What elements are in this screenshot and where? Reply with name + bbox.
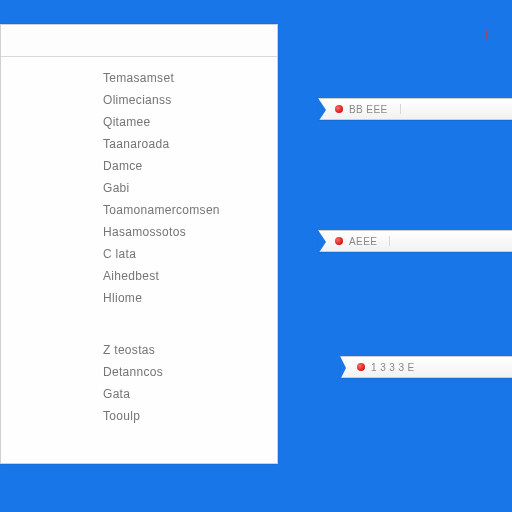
list-item-label: Z teostas: [103, 343, 155, 357]
list-item[interactable]: Hliome: [103, 287, 277, 309]
bar-notch-icon: [318, 98, 326, 122]
close-icon[interactable]: I-: [482, 28, 496, 42]
info-bar-label: BB EEE: [349, 104, 388, 115]
list-item-label: Damce: [103, 159, 143, 173]
list-item[interactable]: Gata: [103, 383, 277, 405]
list-item[interactable]: Qitamee: [103, 111, 277, 133]
list-item[interactable]: Temasamset: [103, 67, 277, 89]
list-item[interactable]: Detanncos: [103, 361, 277, 383]
list-item[interactable]: Hasamossotos: [103, 221, 277, 243]
close-icon-glyph: I-: [485, 28, 492, 42]
list-item-label: Aihedbest: [103, 269, 159, 283]
list-item-label: Tooulp: [103, 409, 140, 423]
divider-icon: [400, 104, 401, 114]
item-list: Temasamset Olimecianss Qitamee Taanaroad…: [103, 67, 277, 427]
bar-notch-icon: [318, 230, 326, 254]
list-item[interactable]: Olimecianss: [103, 89, 277, 111]
panel-header: [1, 25, 277, 57]
info-bar-2[interactable]: AEEE: [318, 230, 512, 252]
list-item-label: Detanncos: [103, 365, 163, 379]
info-bar-3[interactable]: 1 3 3 3 E: [340, 356, 512, 378]
list-item[interactable]: Toamonamercomsen: [103, 199, 277, 221]
list-item[interactable]: Aihedbest: [103, 265, 277, 287]
list-item-label: C lata: [103, 247, 136, 261]
list-item[interactable]: C lata: [103, 243, 277, 265]
list-item-label: Taanaroada: [103, 137, 169, 151]
list-item[interactable]: Gabi: [103, 177, 277, 199]
list-item-label: Hasamossotos: [103, 225, 186, 239]
bar-notch-icon: [340, 356, 346, 380]
info-bar-1[interactable]: BB EEE: [318, 98, 512, 120]
info-bar-label: 1 3 3 3 E: [371, 362, 415, 373]
record-dot-icon: [335, 237, 343, 245]
list-item-label: Qitamee: [103, 115, 150, 129]
record-dot-icon: [335, 105, 343, 113]
list-item-label: Gata: [103, 387, 130, 401]
divider-icon: [389, 236, 390, 246]
list-item-label: Hliome: [103, 291, 142, 305]
list-item-label: Temasamset: [103, 71, 174, 85]
list-item[interactable]: Tooulp: [103, 405, 277, 427]
list-item[interactable]: Taanaroada: [103, 133, 277, 155]
list-item-label: Toamonamercomsen: [103, 203, 220, 217]
list-item-label: Olimecianss: [103, 93, 172, 107]
list-item[interactable]: Damce: [103, 155, 277, 177]
list-panel: Temasamset Olimecianss Qitamee Taanaroad…: [0, 24, 278, 464]
list-item-label: Gabi: [103, 181, 130, 195]
panel-body: Temasamset Olimecianss Qitamee Taanaroad…: [1, 57, 277, 437]
list-item[interactable]: Z teostas: [103, 339, 277, 361]
info-bar-label: AEEE: [349, 236, 377, 247]
list-item: [103, 317, 277, 339]
record-dot-icon: [357, 363, 365, 371]
